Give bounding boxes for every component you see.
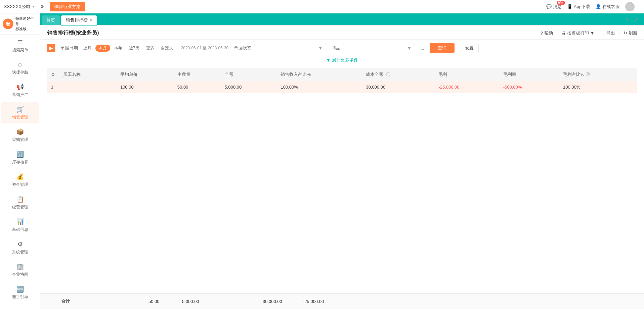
- message-button[interactable]: 💬 消息 99+: [546, 4, 562, 10]
- sidebar-item-system[interactable]: ⚙ 系统管理: [1, 237, 39, 258]
- sidebar-item-quick[interactable]: ⌂ 快捷导航: [1, 58, 39, 79]
- date-label: 单据日期: [60, 45, 78, 51]
- guide-icon: 🆕: [16, 286, 24, 293]
- logo-line1: 畅康通好生意: [15, 16, 37, 27]
- cell-amount: 5,000.00: [221, 81, 277, 93]
- tab-close-icon[interactable]: ×: [90, 18, 92, 22]
- goods-select[interactable]: ▼: [343, 44, 415, 52]
- date-tab-7days[interactable]: 近7天: [126, 45, 142, 52]
- online-service-button[interactable]: 👤 在线客服: [596, 4, 620, 10]
- home-tab-label: 首页: [46, 17, 55, 23]
- print-button[interactable]: 🖨 按模板打印 ▼: [561, 30, 595, 36]
- sidebar-item-enterprise[interactable]: 🏢 企业协同: [1, 260, 39, 281]
- col-cost-amount: 成本全额 ⓘ: [362, 68, 434, 81]
- trial-button[interactable]: 体验行业方案: [50, 2, 85, 11]
- message-badge: 99+: [557, 1, 565, 5]
- marketing-icon: 📢: [16, 83, 24, 91]
- sidebar-item-operations[interactable]: 📋 经营管理: [1, 192, 39, 213]
- sidebar-label-operations: 经营管理: [12, 204, 28, 210]
- footer-label: [47, 299, 57, 303]
- date-tab-this-year[interactable]: 本年: [112, 45, 125, 52]
- col-gross-pct: 毛利占比% ⓢ: [559, 68, 637, 81]
- sidebar-item-purchase[interactable]: 📦 采购管理: [1, 125, 39, 146]
- refresh-button[interactable]: ↻ 刷新: [624, 30, 637, 36]
- date-tab-more[interactable]: 更多: [143, 45, 157, 52]
- window-controls: × ⤢: [624, 16, 643, 23]
- main-layout: 畅 畅康通好生意 标准版 ☰ 搜索菜单 ⌂ 快捷导航 📢 营销推广: [0, 13, 644, 309]
- avatar[interactable]: [625, 2, 635, 11]
- sidebar-item-sales[interactable]: 🛒 销售管理: [1, 102, 39, 123]
- settings-icon[interactable]: ⚙: [38, 2, 47, 11]
- search-icon: ☰: [17, 39, 23, 46]
- query-button[interactable]: 查询: [430, 43, 455, 53]
- table-settings-icon[interactable]: ⚙: [51, 72, 55, 77]
- sidebar-label-purchase: 采购管理: [12, 137, 28, 143]
- date-tab-this-month[interactable]: 本月: [95, 45, 110, 52]
- sidebar-label-guide: 新手引导: [12, 294, 28, 300]
- filter-area: ▶ 单据日期 上月 本月 本年 近7天 更多 自定义: [40, 40, 644, 68]
- main-content: 销售排行榜(按业务员) ? 帮助 🖨 按模板打印 ▼: [40, 25, 644, 309]
- tab-sales-ranking[interactable]: 销售排行榜 ×: [61, 15, 97, 25]
- company-selector[interactable]: XXXXXX公司 ▼: [4, 4, 35, 10]
- date-tab-last-month[interactable]: 上月: [81, 45, 94, 52]
- svg-text:畅: 畅: [6, 21, 10, 27]
- app-download-label: App下载: [574, 4, 590, 10]
- column-settings-button[interactable]: 设置: [460, 43, 479, 53]
- tab-bar: 首页 销售排行榜 × × ⤢: [40, 13, 644, 25]
- status-select[interactable]: ▼: [254, 44, 326, 52]
- date-filter: 单据日期 上月 本月 本年 近7天 更多 自定义 2023-06-01 至 20…: [60, 45, 228, 52]
- logo-text: 畅康通好生意 标准版: [15, 16, 37, 32]
- table-row[interactable]: 1 100.00 50.00 5,000.00 100.00% 30,000.0…: [47, 81, 637, 93]
- export-button[interactable]: ↓ 导出: [603, 30, 615, 36]
- cell-sales-pct: 100.00%: [276, 81, 362, 93]
- window-maximize-icon[interactable]: ⤢: [633, 16, 640, 23]
- date-tab-custom[interactable]: 自定义: [158, 45, 176, 52]
- filter-expand-row: ▼ 展开更多条件: [47, 53, 637, 64]
- sidebar-item-search[interactable]: ☰ 搜索菜单: [1, 35, 39, 56]
- sidebar-label-marketing: 营销推广: [12, 92, 28, 98]
- divider2: [599, 31, 599, 36]
- operations-icon: 📋: [16, 196, 24, 203]
- logo-line2: 标准版: [15, 27, 37, 32]
- sidebar-item-finance[interactable]: 💰 资金管理: [1, 170, 39, 191]
- print-chevron-icon: ▼: [590, 31, 595, 36]
- col-settings[interactable]: ⚙: [47, 68, 59, 81]
- help-label: 帮助: [544, 30, 553, 36]
- cell-avg-price: 100.00: [116, 81, 173, 93]
- goods-filter: 商品 ▼: [332, 44, 415, 52]
- sidebar-label-quick: 快捷导航: [12, 69, 28, 75]
- sidebar-item-inventory[interactable]: 🔢 库存核算: [1, 147, 39, 168]
- gross-pct-label: 毛利占比%: [563, 72, 585, 77]
- sidebar-item-marketing[interactable]: 📢 营销推广: [1, 80, 39, 101]
- cost-amount-label: 成本全额: [366, 72, 383, 77]
- expand-conditions-button[interactable]: ▼ 展开更多条件: [326, 57, 358, 63]
- tab-home[interactable]: 首页: [42, 15, 60, 25]
- filter-more-icon[interactable]: ...: [421, 46, 424, 51]
- sidebar-label-system: 系统管理: [12, 249, 28, 255]
- sidebar-label-search: 搜索菜单: [12, 47, 28, 53]
- sidebar: 畅 畅康通好生意 标准版 ☰ 搜索菜单 ⌂ 快捷导航 📢 营销推广: [0, 13, 40, 309]
- export-label: 导出: [606, 30, 615, 36]
- cost-help-icon[interactable]: ⓘ: [386, 72, 390, 77]
- goods-chevron-icon: ▼: [407, 46, 412, 51]
- date-range-display: 2023-06-01 至 2023-06-30: [181, 45, 228, 51]
- top-right-actions: 💬 消息 99+ 📱 App下载 👤 在线客服: [546, 2, 640, 11]
- app-download-button[interactable]: 📱 App下载: [567, 4, 590, 10]
- window-close-icon[interactable]: ×: [624, 16, 631, 23]
- sidebar-item-basic[interactable]: 📊 基础信息: [1, 215, 39, 236]
- online-service-label: 在线客服: [602, 4, 620, 10]
- help-button[interactable]: ? 帮助: [540, 30, 553, 36]
- sidebar-label-basic: 基础信息: [12, 227, 28, 233]
- status-label: 单据状态: [234, 45, 251, 51]
- content-area: 首页 销售排行榜 × × ⤢ 销售排行榜(按业务员): [40, 13, 644, 309]
- sidebar-item-apps[interactable]: 📺 应用中心: [1, 305, 39, 309]
- refresh-label: 刷新: [629, 30, 637, 36]
- logo-area: 畅 畅康通好生意 标准版: [0, 13, 40, 35]
- filter-expand-arrow[interactable]: ▶: [47, 44, 55, 52]
- print-label: 按模板打印: [567, 30, 589, 36]
- download-icon: 📱: [567, 4, 572, 9]
- chevron-down-icon: ▼: [32, 5, 35, 8]
- sidebar-item-guide[interactable]: 🆕 新手引导: [1, 282, 39, 303]
- table-body: 1 100.00 50.00 5,000.00 100.00% 30,000.0…: [47, 81, 637, 93]
- divider3: [619, 31, 619, 36]
